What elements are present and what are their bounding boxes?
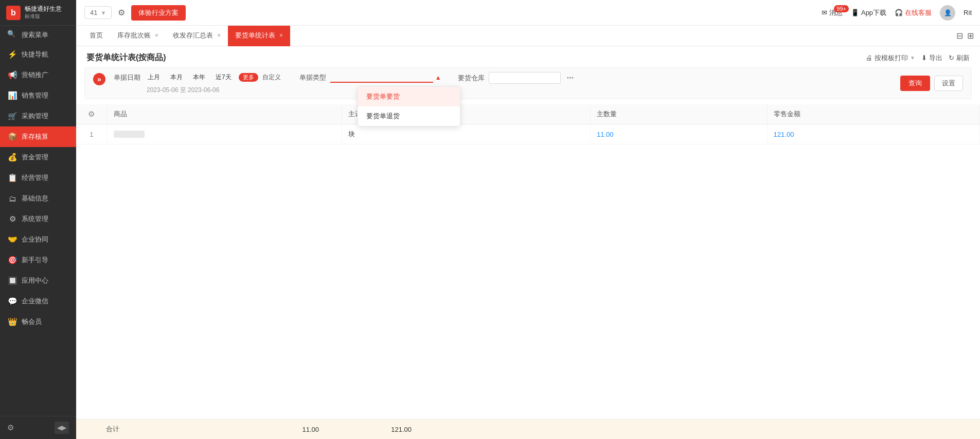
tab-home-label: 首页 <box>90 31 103 40</box>
sidebar-item-operation[interactable]: 📋 经营管理 <box>0 168 76 188</box>
apps-icon: 🔲 <box>7 276 17 286</box>
dropdown-item-order-return[interactable]: 要货单退货 <box>358 106 460 126</box>
app-logo-text: 畅捷通好生意 标准版 <box>25 5 62 21</box>
tab-order-stats-label: 要货单统计表 <box>235 31 275 40</box>
date-this-month-btn[interactable]: 本月 <box>167 72 186 83</box>
online-service-btn[interactable]: 🎧 在线客服 <box>895 8 932 17</box>
tab-home[interactable]: 首页 <box>82 26 110 46</box>
avatar[interactable]: 👤 <box>940 5 955 21</box>
sidebar-item-guide[interactable]: 🎯 新手引导 <box>0 250 76 270</box>
sidebar-search-menu[interactable]: 🔍 搜索菜单 <box>0 26 76 44</box>
tab-receivable-close[interactable]: × <box>217 32 221 39</box>
tab-order-stats-close[interactable]: × <box>279 32 283 39</box>
workspace-selector[interactable]: 41 ▼ <box>84 6 112 19</box>
sidebar-item-basic[interactable]: 🗂 基础信息 <box>0 188 76 209</box>
date-custom-btn[interactable]: 自定义 <box>262 73 281 82</box>
footer-amount: 121.00 <box>360 426 412 433</box>
sidebar-item-system[interactable]: ⚙ 系统管理 <box>0 209 76 229</box>
page-title: 要货单统计表(按商品) <box>86 52 166 63</box>
sidebar-item-inventory[interactable]: 📦 库存核算 <box>0 126 76 147</box>
tabs-actions: ⊟ ⊞ <box>956 31 974 41</box>
col-amount: 零售金额 <box>767 104 979 124</box>
sidebar-scroll: 🔍 搜索菜单 ⚡ 快捷导航 📢 营销推广 📊 销售管理 🛒 采购管理 📦 库存核… <box>0 26 76 416</box>
filter-date-group: 单据日期 上月 本月 本年 近7天 更多 自定义 2023-05-06 至 20… <box>114 72 281 95</box>
sidebar-item-enterprise[interactable]: 🤝 企业协同 <box>0 229 76 250</box>
row-amount[interactable]: 121.00 <box>767 124 979 144</box>
sidebar-label-sales: 销售管理 <box>22 91 69 100</box>
app-download-btn[interactable]: 📱 App下载 <box>851 8 886 17</box>
footer-qty: 11.00 <box>268 426 319 433</box>
settings-btn[interactable]: 设置 <box>934 76 963 91</box>
print-btn[interactable]: 🖨 按模板打印 ▼ <box>866 53 915 63</box>
query-btn[interactable]: 查询 <box>900 76 930 91</box>
sidebar-label-wechat: 企业微信 <box>22 297 69 306</box>
row-product <box>107 124 342 144</box>
filter-expand-btn[interactable]: » <box>93 73 105 85</box>
sidebar-label-basic: 基础信息 <box>22 194 69 203</box>
inventory-icon: 📦 <box>7 132 17 142</box>
date-last-month-btn[interactable]: 上月 <box>145 72 163 83</box>
data-table: ⚙ 商品 主计量单位 主数量 零售金额 1 <box>76 104 980 144</box>
topbar-gear-icon[interactable]: ⚙ <box>118 8 125 17</box>
date-7days-btn[interactable]: 近7天 <box>212 72 235 83</box>
refresh-btn[interactable]: ↻ 刷新 <box>949 53 970 63</box>
workspace-value: 41 <box>90 9 97 16</box>
warehouse-more-btn[interactable]: ••• <box>567 74 574 82</box>
tabs-expand-btn[interactable]: ⊞ <box>967 31 974 41</box>
sidebar-item-member[interactable]: 👑 畅会员 <box>0 312 76 332</box>
app-label: App下载 <box>861 8 886 17</box>
message-badge: 99+ <box>834 5 849 12</box>
tab-inventory-batch-close[interactable]: × <box>155 32 158 39</box>
print-label: 按模板打印 <box>875 53 908 63</box>
export-btn[interactable]: ⬇ 导出 <box>921 53 942 63</box>
tab-inventory-batch[interactable]: 库存批次账 × <box>110 26 166 46</box>
col-settings-icon[interactable]: ⚙ <box>88 109 95 118</box>
sidebar-collapse-btn[interactable]: ◀▶ <box>55 422 69 434</box>
export-label: 导出 <box>929 53 942 63</box>
sidebar-item-sales[interactable]: 📊 销售管理 <box>0 85 76 106</box>
refresh-icon: ↻ <box>949 54 954 62</box>
service-label: 在线客服 <box>905 8 932 17</box>
type-input-wrap: ▲ <box>330 72 441 83</box>
message-icon: ✉ <box>822 9 827 16</box>
export-icon: ⬇ <box>921 54 927 62</box>
sidebar-item-purchase[interactable]: 🛒 采购管理 <box>0 106 76 126</box>
row-qty[interactable]: 11.00 <box>591 124 768 144</box>
filter-warehouse-group: 要货仓库 ••• <box>458 72 574 84</box>
message-btn[interactable]: ✉ 消息 99+ <box>822 8 843 17</box>
date-more-btn[interactable]: 更多 <box>239 73 258 82</box>
date-label: 单据日期 <box>114 73 140 82</box>
row-no: 1 <box>76 124 107 144</box>
warehouse-input[interactable] <box>489 72 561 84</box>
sidebar-label-enterprise: 企业协同 <box>22 235 69 244</box>
trial-btn[interactable]: 体验行业方案 <box>131 5 186 21</box>
username-label[interactable]: Rit <box>964 9 972 16</box>
topbar-left: 41 ▼ ⚙ 体验行业方案 <box>84 5 186 21</box>
operation-icon: 📋 <box>7 173 17 183</box>
type-input[interactable] <box>330 72 433 83</box>
sidebar-item-marketing[interactable]: 📢 营销推广 <box>0 65 76 85</box>
topbar: 41 ▼ ⚙ 体验行业方案 ✉ 消息 99+ 📱 App下载 🎧 在线客服 👤 <box>76 0 980 26</box>
tab-receivable[interactable]: 收发存汇总表 × <box>166 26 228 46</box>
date-this-year-btn[interactable]: 本年 <box>190 72 208 83</box>
tabs-minimize-btn[interactable]: ⊟ <box>956 31 963 41</box>
col-gear[interactable]: ⚙ <box>76 104 107 124</box>
type-dropdown-icon[interactable]: ▲ <box>435 74 441 81</box>
settings-footer-btn[interactable]: ⚙ <box>7 423 14 432</box>
marketing-icon: 📢 <box>7 70 17 80</box>
dropdown-item-order-goods[interactable]: 要货单要货 <box>358 87 460 106</box>
headset-icon: 🎧 <box>895 9 903 16</box>
sidebar-item-wechat[interactable]: 💬 企业微信 <box>0 291 76 312</box>
sidebar-item-apps[interactable]: 🔲 应用中心 <box>0 270 76 291</box>
tab-receivable-label: 收发存汇总表 <box>173 31 213 40</box>
tab-order-stats[interactable]: 要货单统计表 × <box>228 26 290 46</box>
sidebar-item-finance[interactable]: 💰 资金管理 <box>0 147 76 168</box>
sidebar-item-quick-nav[interactable]: ⚡ 快捷导航 <box>0 44 76 65</box>
print-dropdown-icon: ▼ <box>910 55 915 61</box>
sidebar-label-purchase: 采购管理 <box>22 112 69 121</box>
enterprise-icon: 🤝 <box>7 234 17 245</box>
system-icon: ⚙ <box>7 214 17 224</box>
footer-total-label: 合计 <box>106 425 185 434</box>
search-icon: 🔍 <box>7 30 17 40</box>
sidebar: b 畅捷通好生意 标准版 🔍 搜索菜单 ⚡ 快捷导航 📢 营销推广 📊 销售管理… <box>0 0 76 439</box>
